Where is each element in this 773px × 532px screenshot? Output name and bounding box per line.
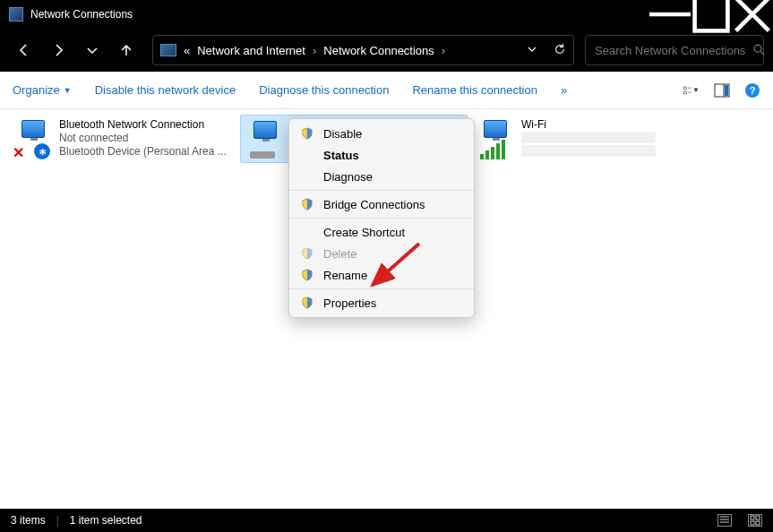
breadcrumb-seg1[interactable]: Network and Internet bbox=[197, 44, 305, 57]
context-menu-disable[interactable]: Disable bbox=[289, 123, 474, 144]
item-count: 3 items bbox=[11, 514, 46, 527]
large-icons-view-button[interactable] bbox=[748, 514, 762, 527]
context-menu-label: Bridge Connections bbox=[323, 198, 425, 211]
connection-device: Bluetooth Device (Personal Area ... bbox=[59, 145, 227, 159]
context-menu-label: Properties bbox=[323, 296, 376, 310]
organize-menu[interactable]: Organize▼ bbox=[13, 83, 72, 97]
context-menu-label: Status bbox=[323, 149, 359, 162]
disconnected-badge-icon: ✕ bbox=[13, 144, 24, 161]
shield-icon bbox=[300, 246, 314, 261]
rename-cmd[interactable]: Rename this connection bbox=[412, 83, 537, 97]
back-button[interactable] bbox=[9, 35, 39, 65]
context-menu-shortcut[interactable]: Create Shortcut bbox=[289, 221, 474, 243]
context-menu: Disable Status Diagnose Bridge Connectio… bbox=[288, 118, 475, 318]
bluetooth-icon: ∗ bbox=[34, 143, 50, 159]
svg-rect-11 bbox=[756, 521, 760, 525]
svg-rect-3 bbox=[684, 91, 687, 94]
refresh-button[interactable] bbox=[554, 43, 566, 58]
window-title: Network Connections bbox=[30, 8, 649, 21]
wifi-connection-icon bbox=[475, 118, 518, 159]
shield-icon bbox=[300, 197, 314, 211]
context-menu-rename[interactable]: Rename bbox=[289, 264, 474, 286]
address-bar[interactable]: « Network and Internet › Network Connect… bbox=[152, 35, 574, 65]
minimize-button[interactable] bbox=[649, 0, 691, 29]
search-input[interactable] bbox=[595, 44, 745, 57]
divider: | bbox=[56, 514, 59, 527]
ethernet-connection-icon bbox=[245, 119, 288, 160]
breadcrumb-seg2[interactable]: Network Connections bbox=[323, 44, 434, 57]
location-icon bbox=[160, 44, 176, 56]
details-view-button[interactable] bbox=[717, 514, 732, 527]
title-bar: Network Connections bbox=[0, 0, 773, 29]
context-menu-label: Delete bbox=[323, 247, 357, 261]
context-menu-label: Rename bbox=[323, 269, 367, 282]
chevron-right-icon[interactable]: › bbox=[442, 44, 445, 57]
context-menu-status[interactable]: Status bbox=[289, 144, 474, 166]
shield-icon bbox=[300, 126, 314, 141]
bluetooth-connection-icon: ✕ ∗ bbox=[13, 118, 56, 159]
command-bar: Organize▼ Disable this network device Di… bbox=[0, 72, 773, 109]
shield-icon bbox=[300, 296, 314, 310]
preview-pane-button[interactable] bbox=[714, 82, 730, 99]
connection-device bbox=[521, 145, 656, 157]
history-dropdown-icon[interactable] bbox=[527, 44, 537, 57]
wifi-signal-icon bbox=[480, 140, 505, 159]
connection-status bbox=[521, 132, 656, 143]
context-menu-diagnose[interactable]: Diagnose bbox=[289, 166, 474, 187]
disable-device-cmd[interactable]: Disable this network device bbox=[95, 83, 236, 97]
more-cmd[interactable]: » bbox=[561, 83, 567, 97]
connection-item-wifi[interactable]: Wi-Fi bbox=[471, 115, 699, 163]
navigation-bar: « Network and Internet › Network Connect… bbox=[0, 29, 773, 72]
context-menu-label: Disable bbox=[323, 127, 362, 141]
svg-rect-5 bbox=[725, 85, 728, 96]
svg-rect-8 bbox=[751, 516, 754, 519]
svg-rect-0 bbox=[695, 0, 728, 30]
svg-text:?: ? bbox=[750, 85, 756, 96]
context-menu-delete: Delete bbox=[289, 243, 474, 264]
connection-item-bluetooth[interactable]: ✕ ∗ Bluetooth Network Connection Not con… bbox=[9, 115, 236, 163]
connection-status: Not connected bbox=[59, 132, 227, 145]
svg-rect-2 bbox=[684, 87, 687, 90]
svg-rect-10 bbox=[751, 521, 754, 525]
up-button[interactable] bbox=[111, 35, 142, 65]
app-icon bbox=[9, 7, 23, 21]
connection-name: Wi-Fi bbox=[521, 118, 656, 132]
svg-point-1 bbox=[754, 45, 761, 52]
chevron-right-icon[interactable]: › bbox=[313, 44, 316, 57]
context-menu-bridge[interactable]: Bridge Connections bbox=[289, 193, 474, 215]
breadcrumb-prefix: « bbox=[184, 44, 190, 57]
maximize-button[interactable] bbox=[691, 0, 732, 29]
close-button[interactable] bbox=[732, 0, 773, 29]
status-bar: 3 items | 1 item selected bbox=[0, 509, 773, 532]
svg-rect-9 bbox=[756, 516, 760, 519]
diagnose-cmd[interactable]: Diagnose this connection bbox=[259, 83, 389, 97]
context-menu-label: Diagnose bbox=[323, 170, 373, 184]
chevron-down-icon: ▼ bbox=[64, 86, 72, 95]
search-icon[interactable] bbox=[752, 43, 765, 58]
selection-count: 1 item selected bbox=[70, 514, 142, 527]
help-button[interactable]: ? bbox=[744, 82, 760, 99]
shield-icon bbox=[300, 268, 314, 282]
connection-name: Bluetooth Network Connection bbox=[59, 118, 227, 132]
search-box[interactable] bbox=[585, 35, 764, 65]
context-menu-label: Create Shortcut bbox=[323, 226, 405, 239]
view-options-button[interactable]: ▼ bbox=[683, 82, 700, 99]
forward-button[interactable] bbox=[43, 35, 73, 65]
recent-dropdown[interactable] bbox=[77, 35, 107, 65]
context-menu-properties[interactable]: Properties bbox=[289, 292, 474, 313]
